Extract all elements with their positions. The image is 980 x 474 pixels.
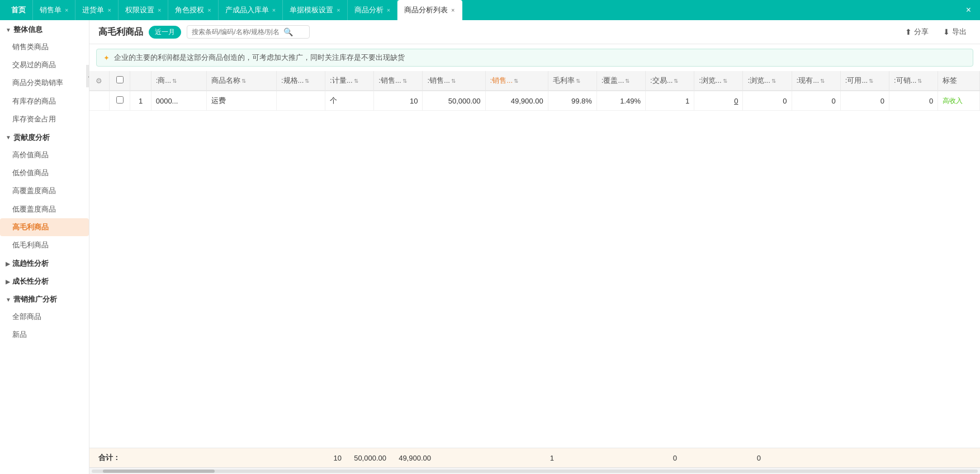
close-tab-sales[interactable]: × bbox=[65, 7, 68, 13]
col-header-browse1[interactable]: :浏览... ⇅ bbox=[694, 71, 743, 91]
col-header-current-stock[interactable]: :现有... ⇅ bbox=[792, 71, 840, 91]
sidebar-section-overall[interactable]: ▼ 整体信息 bbox=[0, 20, 89, 38]
col-header-browse2[interactable]: :浏览... ⇅ bbox=[743, 71, 792, 91]
scrollbar-track[interactable] bbox=[92, 470, 978, 473]
footer-total-amount: 50,000.00 bbox=[346, 454, 391, 462]
close-tab-template[interactable]: × bbox=[337, 7, 340, 13]
search-box[interactable]: 🔍 bbox=[187, 25, 310, 39]
close-tab-role[interactable]: × bbox=[207, 7, 211, 13]
col-header-sale-qty[interactable]: :销售... ⇅ bbox=[374, 71, 423, 91]
sidebar-item-stock-capital[interactable]: 库存资金占用 bbox=[0, 110, 89, 128]
sidebar-item-low-value[interactable]: 低价值商品 bbox=[0, 164, 89, 182]
col-header-spec[interactable]: :规格... ⇅ bbox=[276, 71, 325, 91]
col-header-unit[interactable]: :计量... ⇅ bbox=[325, 71, 374, 91]
sort-icon-gross-margin[interactable]: ⇅ bbox=[576, 78, 580, 84]
col-header-gear[interactable]: ⚙ bbox=[89, 71, 109, 91]
sort-icon-available-stock[interactable]: ⇅ bbox=[869, 78, 873, 84]
cell-sellable-stock: 0 bbox=[889, 91, 938, 111]
sidebar-section-flow[interactable]: ▶ 流趋性分析 bbox=[0, 254, 89, 272]
col-header-coverage[interactable]: :覆盖... ⇅ bbox=[596, 71, 645, 91]
cell-spec bbox=[276, 91, 325, 111]
sidebar-item-category-rate[interactable]: 商品分类助销率 bbox=[0, 74, 89, 92]
cell-sale-qty: 10 bbox=[374, 91, 423, 111]
close-tab-permission[interactable]: × bbox=[158, 7, 161, 13]
col-header-code[interactable]: :商... ⇅ bbox=[151, 71, 207, 91]
sidebar-item-low-coverage[interactable]: 低覆盖度商品 bbox=[0, 200, 89, 218]
close-tab-analysis-list[interactable]: × bbox=[451, 7, 455, 13]
close-tab-inbound[interactable]: × bbox=[272, 7, 276, 13]
expand-arrow-overall: ▼ bbox=[6, 27, 11, 33]
nav-tab-role[interactable]: 角色授权 × bbox=[168, 0, 218, 20]
sort-icon-code[interactable]: ⇅ bbox=[172, 78, 177, 84]
sort-icon-trade[interactable]: ⇅ bbox=[674, 78, 678, 84]
sort-icon-sale-profit[interactable]: ⇅ bbox=[514, 78, 518, 84]
cell-trade: 1 bbox=[646, 91, 694, 111]
close-tab-purchase[interactable]: × bbox=[107, 7, 111, 13]
sort-icon-sellable-stock[interactable]: ⇅ bbox=[917, 78, 922, 84]
close-tab-analysis[interactable]: × bbox=[387, 7, 390, 13]
sidebar-item-low-margin[interactable]: 低毛利商品 bbox=[0, 236, 89, 254]
cell-browse2: 0 bbox=[743, 91, 792, 111]
data-table: ⚙ :商... ⇅ bbox=[89, 71, 980, 111]
col-header-gross-margin[interactable]: 毛利率 ⇅ bbox=[548, 71, 596, 91]
sidebar-item-traded-goods[interactable]: 交易过的商品 bbox=[0, 56, 89, 74]
scrollbar-thumb[interactable] bbox=[103, 470, 215, 473]
footer-cells: 10 50,000.00 49,900.00 1 0 0 bbox=[131, 454, 971, 462]
nav-tab-analysis-list[interactable]: 商品分析列表 × bbox=[397, 0, 462, 20]
col-header-sale-profit[interactable]: :销售... ⇅ bbox=[485, 71, 548, 91]
sidebar-section-growth[interactable]: ▶ 成长性分析 bbox=[0, 272, 89, 290]
nav-tab-purchase[interactable]: 进货单 × bbox=[75, 0, 118, 20]
filter-recent-month[interactable]: 近一月 bbox=[149, 26, 181, 39]
sidebar-item-high-value[interactable]: 高价值商品 bbox=[0, 146, 89, 164]
nav-tab-home[interactable]: 首页 bbox=[4, 0, 33, 20]
sidebar-item-new-goods[interactable]: 新品 bbox=[0, 326, 89, 344]
search-icon[interactable]: 🔍 bbox=[283, 27, 293, 36]
nav-tab-sales[interactable]: 销售单 × bbox=[33, 0, 75, 20]
cell-unit: 个 bbox=[325, 91, 374, 111]
expand-arrow-contribution: ▼ bbox=[6, 134, 11, 140]
nav-tab-template[interactable]: 单据模板设置 × bbox=[283, 0, 347, 20]
nav-tab-permission[interactable]: 权限设置 × bbox=[119, 0, 168, 20]
export-button[interactable]: ⬇ 导出 bbox=[939, 25, 971, 39]
sidebar-item-high-coverage[interactable]: 高覆盖度商品 bbox=[0, 182, 89, 200]
sidebar-item-high-margin[interactable]: 高毛利商品 bbox=[0, 218, 89, 236]
sort-icon-spec[interactable]: ⇅ bbox=[305, 78, 309, 84]
sidebar-section-marketing[interactable]: ▼ 营销推广分析 bbox=[0, 290, 89, 308]
cell-browse1[interactable]: 0 bbox=[694, 91, 743, 111]
sidebar-item-sales-goods[interactable]: 销售类商品 bbox=[0, 38, 89, 56]
share-button[interactable]: ⬆ 分享 bbox=[901, 25, 933, 39]
cell-gross-margin: 99.8% bbox=[548, 91, 596, 111]
col-header-trade[interactable]: :交易... ⇅ bbox=[646, 71, 694, 91]
cell-checkbox[interactable] bbox=[109, 91, 130, 111]
sort-icon-coverage[interactable]: ⇅ bbox=[625, 78, 629, 84]
table-row: 1 0000... 运费 个 10 50,000.00 49,900.00 99… bbox=[89, 91, 980, 111]
sort-icon-browse1[interactable]: ⇅ bbox=[723, 78, 727, 84]
footer-total-current: 0 bbox=[637, 454, 681, 462]
col-header-name[interactable]: 商品名称 ⇅ bbox=[207, 71, 277, 91]
col-header-available-stock[interactable]: :可用... ⇅ bbox=[840, 71, 889, 91]
sort-icon-current-stock[interactable]: ⇅ bbox=[820, 78, 825, 84]
window-close-button[interactable]: × bbox=[962, 5, 976, 15]
sidebar-item-in-stock[interactable]: 有库存的商品 bbox=[0, 92, 89, 110]
export-icon: ⬇ bbox=[943, 27, 950, 36]
col-header-sale-amount[interactable]: :销售... ⇅ bbox=[423, 71, 485, 91]
search-input[interactable] bbox=[192, 28, 281, 36]
sort-icon-sale-qty[interactable]: ⇅ bbox=[403, 78, 407, 84]
col-header-sellable-stock[interactable]: :可销... ⇅ bbox=[889, 71, 938, 91]
row-checkbox[interactable] bbox=[116, 96, 124, 104]
nav-tab-analysis[interactable]: 商品分析 × bbox=[348, 0, 397, 20]
col-header-checkbox[interactable] bbox=[109, 71, 130, 91]
cell-sale-profit: 49,900.00 bbox=[485, 91, 548, 111]
sort-icon-browse2[interactable]: ⇅ bbox=[771, 78, 776, 84]
select-all-checkbox[interactable] bbox=[116, 76, 124, 83]
sidebar-section-contribution[interactable]: ▼ 贡献度分析 bbox=[0, 128, 89, 146]
sort-icon-unit[interactable]: ⇅ bbox=[354, 78, 358, 84]
sort-icon-sale-amount[interactable]: ⇅ bbox=[451, 78, 456, 84]
gear-icon[interactable]: ⚙ bbox=[96, 77, 102, 85]
info-text: 企业的主要的利润都是这部分商品创造的，可考虑加大推广，同时关注库存是不要出现缺货 bbox=[114, 53, 405, 63]
horizontal-scrollbar[interactable] bbox=[89, 467, 980, 474]
sort-icon-name[interactable]: ⇅ bbox=[242, 78, 246, 84]
table-wrapper[interactable]: ⚙ :商... ⇅ bbox=[89, 71, 980, 448]
nav-tab-inbound[interactable]: 产成品入库单 × bbox=[219, 0, 283, 20]
sidebar-item-all-goods[interactable]: 全部商品 bbox=[0, 308, 89, 326]
